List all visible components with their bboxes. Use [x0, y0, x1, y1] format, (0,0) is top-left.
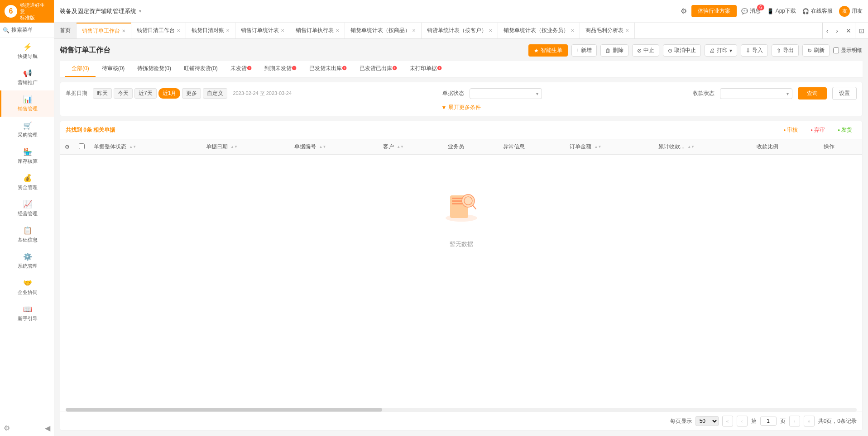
sort-collected-icon[interactable]: ▲▼	[687, 145, 695, 149]
abandon-review-button[interactable]: ● 弃审	[806, 125, 830, 135]
sub-tab-shipped-not-out[interactable]: 已发货未出库❶	[303, 61, 353, 77]
tab-sales-order[interactable]: 销售订单工作台 ✕	[77, 23, 131, 39]
page-input[interactable]	[760, 417, 777, 426]
payment-select[interactable]	[720, 88, 792, 99]
sub-tabs: 全部(0) 待审核(0) 待拣货验货(0) 旺铺待发货(0) 未发货❶ 到期未发…	[60, 61, 863, 77]
tab-close-single-customer[interactable]: ✕	[489, 28, 492, 33]
tab-close-sales-order[interactable]: ✕	[122, 28, 125, 33]
column-settings-icon[interactable]: ⚙	[65, 144, 70, 150]
tab-close-sales-exec[interactable]: ✕	[336, 28, 339, 33]
ship-button[interactable]: ● 发货	[833, 125, 857, 135]
sort-date-icon[interactable]: ▲▼	[230, 145, 238, 149]
export-button[interactable]: ⇧ 导出	[772, 44, 799, 57]
sidebar-item-basic[interactable]: 📋 基础信息	[0, 222, 54, 248]
message-btn[interactable]: 💬 6 消息	[741, 7, 761, 15]
date-btn-custom[interactable]: 自定义	[203, 88, 227, 99]
sidebar-item-enterprise[interactable]: 🤝 企业协同	[0, 274, 54, 300]
delete-button[interactable]: 🗑 删除	[600, 44, 628, 57]
tab-prev-btn[interactable]: ‹	[822, 23, 832, 39]
user-area[interactable]: 友 用友	[839, 6, 863, 17]
date-btn-more[interactable]: 更多	[182, 88, 201, 99]
sidebar-item-purchase[interactable]: 🛒 采购管理	[0, 117, 54, 143]
stop-button[interactable]: ⊘ 中止	[632, 44, 659, 57]
page-size-select[interactable]: 50 20 100	[695, 416, 719, 426]
refresh-button[interactable]: ↻ 刷新	[802, 44, 830, 57]
tab-close-sales-stats[interactable]: ✕	[281, 28, 284, 33]
prev-page-btn[interactable]: ‹	[737, 416, 748, 427]
tab-close-single-product[interactable]: ✕	[412, 28, 416, 33]
tab-next-btn[interactable]: ›	[832, 23, 842, 39]
last-page-btn[interactable]: »	[804, 416, 815, 427]
first-page-btn[interactable]: «	[722, 416, 733, 427]
settings-button[interactable]: 设置	[832, 87, 857, 100]
th-staff: 业务员	[443, 139, 498, 155]
next-page-btn[interactable]: ›	[789, 416, 800, 427]
tab-close-profit[interactable]: ✕	[625, 28, 629, 33]
sub-tab-overdue[interactable]: 到期未发货❶	[258, 61, 303, 77]
tab-sales-single-staff[interactable]: 销货单统计表（按业务员） ✕	[498, 23, 580, 39]
date-btn-today[interactable]: 今天	[114, 88, 133, 99]
smart-create-button[interactable]: ★ 智能生单	[528, 44, 568, 57]
expand-icon: ▼	[441, 104, 447, 111]
review-button[interactable]: ● 审核	[779, 125, 802, 135]
sub-tab-shipped-out[interactable]: 已发货已出库❶	[353, 61, 403, 77]
tab-close-single-staff[interactable]: ✕	[571, 28, 574, 33]
sidebar-item-marketing[interactable]: 📢 营销推广	[0, 64, 54, 90]
sub-tab-pending-inspect[interactable]: 待拣货验货(0)	[131, 61, 177, 77]
online-service-btn[interactable]: 🎧 在线客服	[802, 7, 833, 15]
sidebar-search[interactable]: 🔍 搜索菜单	[0, 23, 54, 38]
tab-close-cash-daily[interactable]: ✕	[177, 28, 180, 33]
tab-sales-stats[interactable]: 销售订单统计表 ✕	[235, 23, 290, 39]
tab-sales-exec[interactable]: 销售订单执行表 ✕	[290, 23, 345, 39]
date-btn-yesterday[interactable]: 昨天	[93, 88, 112, 99]
sub-tab-wangpu[interactable]: 旺铺待发货(0)	[177, 61, 224, 77]
sidebar-item-finance[interactable]: 💰 资金管理	[0, 169, 54, 195]
date-btn-7days[interactable]: 近7天	[134, 88, 157, 99]
sidebar-item-guide[interactable]: 📖 新手引导	[0, 300, 54, 327]
scrollbar-thumb[interactable]	[66, 408, 382, 412]
tab-menu-btn[interactable]: ⊡	[855, 23, 868, 39]
select-all-checkbox[interactable]	[79, 143, 85, 149]
app-download-btn[interactable]: 📱 App下载	[767, 7, 796, 15]
solution-button[interactable]: 体验行业方案	[691, 5, 737, 17]
expand-filter-btn[interactable]: ▼ 展开更多条件	[441, 104, 481, 111]
sidebar-item-system[interactable]: ⚙️ 系统管理	[0, 248, 54, 274]
tab-profit-analysis[interactable]: 商品毛利分析表 ✕	[580, 23, 635, 39]
guide-icon: 📖	[23, 305, 32, 313]
sidebar-item-operation[interactable]: 📈 经营管理	[0, 195, 54, 222]
query-button[interactable]: 查询	[798, 87, 827, 100]
tab-sales-single-customer[interactable]: 销货单统计表（按客户） ✕	[422, 23, 498, 39]
show-detail-input[interactable]	[833, 47, 839, 53]
purchase-icon: 🛒	[23, 121, 32, 130]
show-detail-checkbox[interactable]: 显示明细	[833, 47, 863, 54]
cancel-stop-button[interactable]: ⊙ 取消中止	[663, 44, 701, 57]
topbar-gear-icon[interactable]: ⚙	[681, 7, 687, 15]
sub-tab-not-printed[interactable]: 未打印单据❶	[403, 61, 448, 77]
message-badge: 6	[757, 5, 764, 10]
tab-cash-daily[interactable]: 钱货日清工作台 ✕	[131, 23, 186, 39]
collapse-icon[interactable]: ◀	[45, 424, 50, 432]
sidebar-item-quick[interactable]: ⚡ 快捷导航	[0, 38, 54, 64]
tab-home[interactable]: 首页	[54, 23, 77, 39]
add-button[interactable]: + 新增	[571, 44, 597, 57]
sort-status-icon[interactable]: ▲▼	[129, 145, 136, 149]
tab-close-all-btn[interactable]: ✕	[842, 23, 855, 39]
horizontal-scrollbar[interactable]	[66, 408, 857, 412]
sub-tab-pending[interactable]: 待审核(0)	[96, 61, 131, 77]
status-select[interactable]	[470, 88, 542, 99]
sort-amount-icon[interactable]: ▲▼	[595, 145, 602, 149]
delete-icon: 🗑	[605, 47, 611, 54]
sub-tab-not-shipped[interactable]: 未发货❶	[224, 61, 258, 77]
sort-customer-icon[interactable]: ▲▼	[397, 145, 404, 149]
sub-tab-all[interactable]: 全部(0)	[65, 61, 96, 77]
tab-cash-reconcile[interactable]: 钱货日清对账 ✕	[186, 23, 235, 39]
sidebar-item-sales[interactable]: 📊 销售管理	[0, 90, 54, 117]
tab-sales-single-product[interactable]: 销货单统计表（按商品） ✕	[345, 23, 422, 39]
print-button[interactable]: 🖨 打印 ▾	[705, 44, 737, 57]
sidebar-item-stock[interactable]: 🏪 库存核算	[0, 143, 54, 169]
import-button[interactable]: ⇩ 导入	[741, 44, 768, 57]
settings-bottom-icon[interactable]: ⚙	[4, 424, 10, 432]
date-btn-1month[interactable]: 近1月	[158, 88, 181, 99]
sort-number-icon[interactable]: ▲▼	[319, 145, 326, 149]
tab-close-cash-reconcile[interactable]: ✕	[226, 28, 230, 33]
